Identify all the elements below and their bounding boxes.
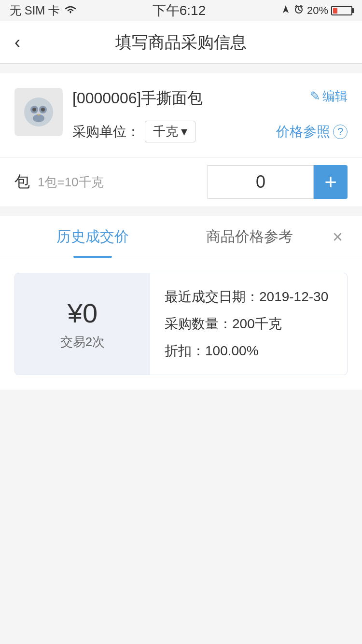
- quantity-label: 采购数量：: [165, 316, 232, 331]
- quantity-value: 200千克: [232, 316, 282, 331]
- discount-label: 折扣：: [165, 343, 205, 358]
- unit-value: 千克: [153, 123, 178, 140]
- price-amount: ¥0: [68, 297, 97, 329]
- page-title: 填写商品采购信息: [115, 31, 247, 54]
- tab-product-price-ref[interactable]: 商品价格参考: [171, 216, 327, 258]
- dropdown-arrow-icon: ▾: [181, 124, 187, 139]
- status-bar: 无 SIM 卡 下午6:12 20%: [0, 0, 362, 21]
- discount-row: 折扣：100.00%: [165, 342, 333, 360]
- tab-history-price[interactable]: 历史成交价: [14, 216, 171, 258]
- nav-bar: ‹ 填写商品采购信息: [0, 21, 362, 64]
- status-right: 20%: [281, 4, 352, 17]
- recent-date-value: 2019-12-30: [259, 289, 328, 304]
- edit-button[interactable]: ✎ 编辑: [310, 88, 348, 105]
- recent-date-row: 最近成交日期：2019-12-30: [165, 288, 333, 306]
- network-label: 无 SIM 卡: [10, 3, 60, 18]
- wifi-icon: [64, 4, 77, 17]
- bag-unit-label: 包: [14, 171, 30, 193]
- price-value: 0: [83, 298, 97, 328]
- currency-symbol: ¥: [68, 298, 83, 328]
- discount-value: 100.00%: [205, 343, 259, 358]
- battery-fill: [333, 8, 337, 14]
- svg-line-2: [299, 10, 300, 11]
- quantity-row: 采购数量：200千克: [165, 315, 333, 333]
- product-header: [0000006]手撕面包 ✎ 编辑: [72, 88, 348, 109]
- price-content: ¥0 交易2次 最近成交日期：2019-12-30 采购数量：200千克 折扣：…: [0, 258, 362, 390]
- back-button[interactable]: ‹: [14, 32, 20, 53]
- price-ref-label: 价格参照: [276, 123, 330, 141]
- product-image: [14, 88, 63, 136]
- svg-point-6: [32, 108, 36, 112]
- help-icon: ?: [333, 125, 348, 139]
- tabs-container: 历史成交价 商品价格参考 ×: [0, 216, 362, 258]
- battery-icon: [331, 6, 352, 15]
- bottom-area: [0, 390, 362, 631]
- product-name: [0000006]手撕面包: [72, 88, 203, 109]
- alarm-icon: [293, 4, 304, 17]
- unit-conversion-hint: 1包=10千克: [38, 174, 104, 191]
- unit-select[interactable]: 千克 ▾: [145, 121, 195, 142]
- battery-percent: 20%: [307, 4, 328, 17]
- product-card: [0000006]手撕面包 ✎ 编辑 采购单位： 千克 ▾ 价格参照 ?: [0, 73, 362, 157]
- recent-date-label: 最近成交日期：: [165, 289, 259, 304]
- price-card-left: ¥0 交易2次: [15, 273, 150, 375]
- svg-point-8: [33, 114, 44, 122]
- quantity-input[interactable]: [208, 165, 314, 199]
- edit-label: 编辑: [322, 88, 348, 105]
- gps-icon: [281, 4, 291, 17]
- status-time: 下午6:12: [153, 1, 206, 20]
- quantity-right: +: [208, 165, 348, 199]
- price-card-right: 最近成交日期：2019-12-30 采购数量：200千克 折扣：100.00%: [150, 273, 347, 375]
- quantity-left: 包 1包=10千克: [14, 171, 104, 193]
- quantity-section: 包 1包=10千克 +: [0, 158, 362, 206]
- price-card: ¥0 交易2次 最近成交日期：2019-12-30 采购数量：200千克 折扣：…: [14, 273, 348, 375]
- purchase-label: 采购单位：: [72, 123, 140, 141]
- purchase-row: 采购单位： 千克 ▾ 价格参照 ?: [72, 121, 348, 142]
- product-info: [0000006]手撕面包 ✎ 编辑 采购单位： 千克 ▾ 价格参照 ?: [72, 88, 348, 142]
- edit-icon: ✎: [310, 89, 320, 104]
- tab-active-indicator: [73, 256, 112, 258]
- svg-point-7: [41, 108, 45, 112]
- tab-history-price-label: 历史成交价: [56, 227, 129, 247]
- tab-close-button[interactable]: ×: [328, 222, 348, 252]
- tab-product-price-ref-label: 商品价格参考: [206, 227, 293, 247]
- quantity-plus-button[interactable]: +: [314, 165, 348, 199]
- status-left: 无 SIM 卡: [10, 3, 77, 18]
- price-transactions: 交易2次: [60, 334, 105, 350]
- price-ref-button[interactable]: 价格参照 ?: [276, 123, 348, 141]
